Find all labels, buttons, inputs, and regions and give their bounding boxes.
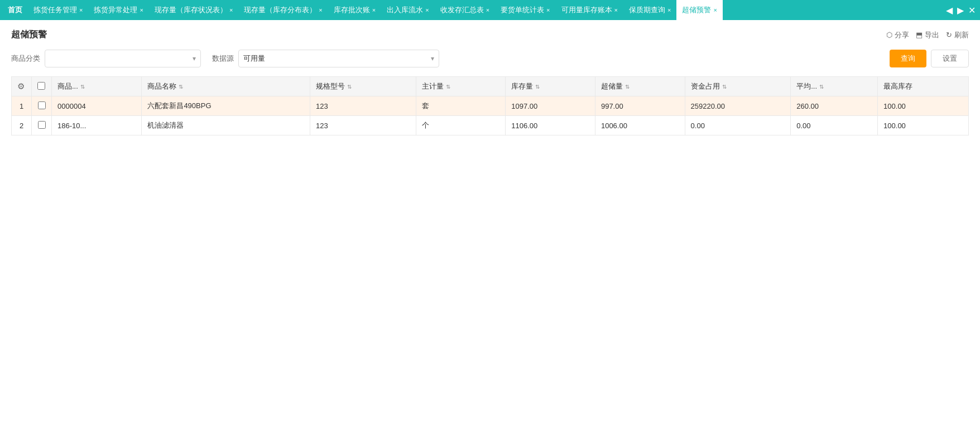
nav-summary[interactable]: 收发存汇总表 × xyxy=(435,0,495,20)
datasource-value: 可用量 xyxy=(243,54,265,64)
share-icon: ⬡ xyxy=(886,31,892,39)
datasource-filter: 数据源 可用量 ▾ xyxy=(212,50,439,67)
nav-available-ledger[interactable]: 可用量库存账本 × xyxy=(556,0,623,20)
refresh-icon: ↻ xyxy=(946,31,952,39)
nav-left-arrow[interactable]: ◀ xyxy=(944,5,955,16)
nav-demand-stats[interactable]: 要货单统计表 × xyxy=(495,0,555,20)
datasource-label: 数据源 xyxy=(212,54,234,64)
category-chevron-icon: ▾ xyxy=(193,55,196,62)
row-avg-1: 0.00 xyxy=(791,116,878,135)
category-label: 商品分类 xyxy=(11,54,40,64)
nav-stock-status[interactable]: 现存量（库存状况表） × xyxy=(149,0,238,20)
row-overstock-1: 1006.00 xyxy=(595,116,685,135)
category-filter: 商品分类 ▾ xyxy=(11,50,201,67)
nav-pick-task[interactable]: 拣货任务管理 × xyxy=(28,0,88,20)
filter-row: 商品分类 ▾ 数据源 可用量 ▾ 查询 设置 xyxy=(11,50,969,67)
row-num-1: 2 xyxy=(12,116,32,135)
close-demand-stats[interactable]: × xyxy=(546,7,550,13)
nav-right-arrow[interactable]: ▶ xyxy=(955,5,966,16)
sort-icon-capital: ⇅ xyxy=(722,84,727,90)
datasource-chevron-icon: ▾ xyxy=(431,55,434,62)
row-stock-0: 1097.00 xyxy=(506,96,595,116)
top-nav: 首页 拣货任务管理 × 拣货异常处理 × 现存量（库存状况表） × 现存量（库存… xyxy=(0,0,980,20)
row-spec-1: 123 xyxy=(310,116,416,135)
row-product-code-1: 186-10... xyxy=(52,116,142,135)
sort-icon-overstock: ⇅ xyxy=(625,84,630,90)
row-product-name-0: 六配套新昌490BPG xyxy=(142,96,310,116)
th-settings[interactable]: ⚙ xyxy=(12,77,32,96)
select-all-checkbox[interactable] xyxy=(37,82,45,90)
settings-button[interactable]: 设置 xyxy=(931,50,969,67)
th-max-stock[interactable]: 最高库存 xyxy=(878,77,969,96)
data-table: ⚙ 商品... ⇅ 商品名称 ⇅ xyxy=(11,76,969,135)
th-checkbox[interactable] xyxy=(32,77,52,96)
sort-icon-avg: ⇅ xyxy=(819,84,824,90)
sort-icon-spec: ⇅ xyxy=(347,84,352,90)
export-icon: ⬒ xyxy=(916,31,923,39)
th-capital[interactable]: 资金占用 ⇅ xyxy=(685,77,791,96)
share-button[interactable]: ⬡ 分享 xyxy=(886,30,909,40)
row-spec-0: 123 xyxy=(310,96,416,116)
close-stock-status[interactable]: × xyxy=(229,7,233,13)
row-max-stock-1: 100.00 xyxy=(878,116,969,135)
nav-pick-exception[interactable]: 拣货异常处理 × xyxy=(88,0,148,20)
row-unit-0: 套 xyxy=(416,96,506,116)
datasource-select[interactable]: 可用量 ▾ xyxy=(238,50,439,67)
refresh-button[interactable]: ↻ 刷新 xyxy=(946,30,969,40)
row-stock-1: 1106.00 xyxy=(506,116,595,135)
table-row: 2 186-10... 机油滤清器 123 个 1106.00 1006.00 … xyxy=(12,116,969,135)
row-checkbox-0[interactable] xyxy=(32,96,52,116)
query-button[interactable]: 查询 xyxy=(890,50,926,67)
gear-icon[interactable]: ⚙ xyxy=(17,81,25,91)
sort-icon-product-code: ⇅ xyxy=(80,84,85,90)
th-spec[interactable]: 规格型号 ⇅ xyxy=(310,77,416,96)
row-avg-0: 260.00 xyxy=(791,96,878,116)
row-checkbox-1[interactable] xyxy=(32,116,52,135)
nav-arrows: ◀ ▶ ✕ xyxy=(944,5,978,16)
header-actions: ⬡ 分享 ⬒ 导出 ↻ 刷新 xyxy=(886,30,969,40)
row-overstock-0: 997.00 xyxy=(595,96,685,116)
close-pick-exception[interactable]: × xyxy=(140,7,143,13)
row-num-0: 1 xyxy=(12,96,32,116)
close-stock-dist[interactable]: × xyxy=(319,7,322,13)
nav-stock-dist[interactable]: 现存量（库存分布表） × xyxy=(238,0,328,20)
close-batch-ledger[interactable]: × xyxy=(372,7,376,13)
nav-batch-ledger[interactable]: 库存批次账 × xyxy=(328,0,381,20)
nav-home[interactable]: 首页 xyxy=(2,0,28,20)
nav-close-all[interactable]: ✕ xyxy=(966,5,978,16)
row-unit-1: 个 xyxy=(416,116,506,135)
table-header-row: ⚙ 商品... ⇅ 商品名称 ⇅ xyxy=(12,77,969,96)
sort-icon-product-name: ⇅ xyxy=(179,84,183,90)
sort-icon-stock: ⇅ xyxy=(535,84,540,90)
th-avg[interactable]: 平均... ⇅ xyxy=(791,77,878,96)
page-title: 超储预警 xyxy=(11,29,47,41)
row-capital-0: 259220.00 xyxy=(685,96,791,116)
close-available-ledger[interactable]: × xyxy=(614,7,618,13)
th-unit[interactable]: 主计量 ⇅ xyxy=(416,77,506,96)
th-product-code[interactable]: 商品... ⇅ xyxy=(52,77,142,96)
page-header: 超储预警 ⬡ 分享 ⬒ 导出 ↻ 刷新 xyxy=(11,29,969,41)
close-summary[interactable]: × xyxy=(486,7,489,13)
close-pick-task[interactable]: × xyxy=(79,7,83,13)
nav-flow[interactable]: 出入库流水 × xyxy=(381,0,434,20)
row-product-name-1: 机油滤清器 xyxy=(142,116,310,135)
close-flow[interactable]: × xyxy=(425,7,429,13)
th-product-name[interactable]: 商品名称 ⇅ xyxy=(142,77,310,96)
nav-expiry-query[interactable]: 保质期查询 × xyxy=(623,0,676,20)
export-button[interactable]: ⬒ 导出 xyxy=(916,30,939,40)
row-max-stock-0: 100.00 xyxy=(878,96,969,116)
sort-icon-unit: ⇅ xyxy=(446,84,450,90)
page-content: 超储预警 ⬡ 分享 ⬒ 导出 ↻ 刷新 商品分类 ▾ 数据源 xyxy=(0,20,980,144)
close-expiry-query[interactable]: × xyxy=(667,7,671,13)
action-buttons: 查询 设置 xyxy=(890,50,969,67)
close-overstock-alert[interactable]: × xyxy=(713,7,717,13)
th-stock[interactable]: 库存量 ⇅ xyxy=(506,77,595,96)
row-capital-1: 0.00 xyxy=(685,116,791,135)
th-overstock[interactable]: 超储量 ⇅ xyxy=(595,77,685,96)
table-row: 1 0000004 六配套新昌490BPG 123 套 1097.00 997.… xyxy=(12,96,969,116)
category-select[interactable]: ▾ xyxy=(45,50,201,67)
nav-overstock-alert[interactable]: 超储预警 × xyxy=(676,0,722,20)
row-product-code-0: 0000004 xyxy=(52,96,142,116)
